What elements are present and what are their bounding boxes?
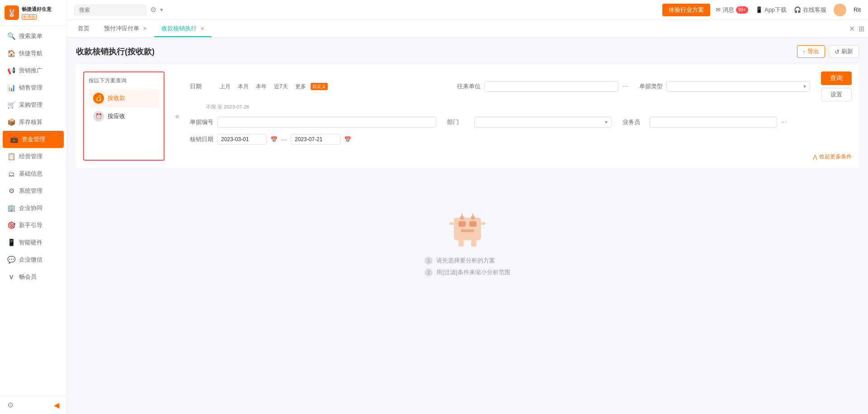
empty-hint-2: 2 用[过滤]条件来缩小分析范围 bbox=[425, 268, 510, 276]
filter-row-1: 日期 上月 本月 本年 近7天 更多 自定义 往来单位 ··· bbox=[190, 71, 852, 101]
sidebar-footer: ⚙ ◀ bbox=[0, 396, 66, 414]
sidebar-item-guide[interactable]: 🎯 新手引导 bbox=[0, 217, 66, 234]
date-btn-custom[interactable]: 自定义 bbox=[311, 83, 328, 90]
sidebar-item-enterprise[interactable]: 🏢 企业协同 bbox=[0, 200, 66, 217]
verify-date-end-input[interactable] bbox=[291, 134, 340, 145]
doctype-select[interactable]: ▾ bbox=[666, 81, 810, 92]
folder-icon: 🗂 bbox=[7, 170, 15, 178]
filter-row-3: 核销日期 📅 — 📅 bbox=[190, 134, 852, 145]
page-content: 收款核销执行(按收款) ↑ 导出 ↺ 刷新 按以下方案查询 💰 按收款 bbox=[67, 38, 868, 414]
salesperson-dots-icon[interactable]: ··· bbox=[781, 118, 787, 126]
calendar-start-icon[interactable]: 📅 bbox=[270, 136, 278, 143]
receipt-icon: 💰 bbox=[93, 93, 104, 104]
user-avatar[interactable] bbox=[834, 4, 846, 16]
online-service-item[interactable]: 🎧 在线客服 bbox=[794, 6, 826, 14]
filter-group-salesperson: 业务员 ··· bbox=[623, 117, 787, 128]
partner-label: 往来单位 bbox=[457, 82, 481, 90]
message-badge: 99+ bbox=[736, 6, 748, 14]
filter-option-receipt[interactable]: 💰 按收款 bbox=[89, 89, 159, 107]
hint-num-2: 2 bbox=[425, 268, 433, 276]
doctype-arrow-icon: ▾ bbox=[803, 83, 806, 90]
collapse-button[interactable]: ⋀ 收起更多条件 bbox=[813, 153, 852, 161]
hint-num-1: 1 bbox=[425, 257, 433, 265]
filter-row-2: 单据编号 部门 ▾ 业务员 ··· bbox=[190, 117, 852, 128]
date-btn-more[interactable]: 更多 bbox=[292, 82, 309, 91]
dept-arrow-icon: ▾ bbox=[605, 119, 608, 125]
tab-close-receivable[interactable]: ✕ bbox=[200, 26, 204, 32]
filter-group-docno: 单据编号 bbox=[190, 117, 436, 128]
logo-text: 畅捷通好生意 标准版 bbox=[22, 6, 52, 20]
tab-receivable[interactable]: 收款核销执行 ✕ bbox=[154, 21, 212, 37]
date-btn-last-month[interactable]: 上月 bbox=[217, 82, 233, 91]
sidebar-item-hardware[interactable]: 📱 智能硬件 bbox=[0, 234, 66, 251]
refresh-icon: ↺ bbox=[835, 48, 840, 55]
page-actions: ↑ 导出 ↺ 刷新 bbox=[797, 45, 859, 58]
sidebar-item-sales[interactable]: 📊 销售管理 bbox=[0, 79, 66, 96]
megaphone-icon: 📢 bbox=[7, 67, 15, 75]
message-icon: ✉ bbox=[716, 6, 721, 13]
tab-close-all-icon[interactable]: ✕ bbox=[849, 24, 855, 33]
filter-left-panel: 按以下方案查询 💰 按收款 ⏰ 按应收 bbox=[83, 71, 165, 161]
partner-input[interactable] bbox=[484, 81, 618, 92]
date-btn-this-year[interactable]: 本年 bbox=[253, 82, 269, 91]
sidebar-item-search[interactable]: 🔍 搜索菜单 bbox=[0, 28, 66, 45]
dept-select[interactable]: ▾ bbox=[474, 117, 611, 128]
filter-left-title: 按以下方案查询 bbox=[89, 77, 159, 85]
empty-hint-1: 1 请先选择要分析的方案 bbox=[425, 257, 510, 265]
salesperson-input[interactable] bbox=[650, 117, 777, 128]
footer-collapse-icon[interactable]: ◀ bbox=[54, 401, 59, 409]
solution-button[interactable]: 休验行业方案 bbox=[662, 4, 710, 16]
sidebar-item-finance[interactable]: 💼 资金管理 bbox=[3, 131, 64, 148]
chat-icon: 💬 bbox=[7, 256, 15, 264]
sidebar-item-shortcut[interactable]: 🏠 快捷导航 bbox=[0, 45, 66, 62]
logo-area: 🐰 畅捷通好生意 标准版 bbox=[0, 0, 66, 26]
date-label: 日期 bbox=[190, 82, 213, 90]
app-download-item[interactable]: 📱 App下载 bbox=[755, 6, 787, 14]
svg-rect-7 bbox=[471, 240, 476, 247]
tab-bar-right: ✕ ⊞ bbox=[849, 24, 864, 33]
sidebar-item-system[interactable]: ⚙ 系统管理 bbox=[0, 182, 66, 200]
footer-settings-icon[interactable]: ⚙ bbox=[7, 401, 14, 409]
empty-illustration bbox=[440, 204, 495, 249]
header-search-input[interactable] bbox=[74, 5, 146, 15]
filter-toggle-btn[interactable]: « bbox=[172, 71, 183, 161]
box-icon: 📦 bbox=[7, 118, 15, 126]
logo-icon: 🐰 bbox=[5, 5, 19, 20]
verify-date-start-input[interactable] bbox=[217, 134, 267, 145]
export-button[interactable]: ↑ 导出 bbox=[797, 45, 826, 58]
collapse-icon: ⋀ bbox=[813, 154, 817, 160]
message-item[interactable]: ✉ 消息 99+ bbox=[716, 6, 748, 14]
query-button[interactable]: 查询 bbox=[821, 71, 852, 85]
filter-option-receivable[interactable]: ⏰ 按应收 bbox=[89, 107, 159, 125]
date-btn-7days[interactable]: 近7天 bbox=[271, 82, 291, 91]
header-gear-icon[interactable]: ⚙ bbox=[150, 5, 156, 14]
empty-hints: 1 请先选择要分析的方案 2 用[过滤]条件来缩小分析范围 bbox=[425, 257, 510, 276]
sidebar-item-operations[interactable]: 📋 经营管理 bbox=[0, 148, 66, 165]
partner-dots-icon[interactable]: ··· bbox=[622, 82, 628, 90]
tab-prepay[interactable]: 预付冲应付单 ✕ bbox=[97, 21, 154, 37]
settings-button[interactable]: 设置 bbox=[821, 88, 852, 101]
header-dropdown-icon[interactable]: ▾ bbox=[160, 6, 163, 13]
sidebar-item-purchase[interactable]: 🛒 采购管理 bbox=[0, 96, 66, 114]
user-name: Rit bbox=[854, 6, 861, 13]
tab-close-prepay[interactable]: ✕ bbox=[143, 26, 147, 32]
sidebar-item-marketing[interactable]: 📢 营销推广 bbox=[0, 62, 66, 79]
tab-home[interactable]: 首页 bbox=[71, 21, 97, 37]
date-btn-this-month[interactable]: 本月 bbox=[235, 82, 251, 91]
docno-input[interactable] bbox=[217, 117, 436, 128]
sidebar-item-inventory[interactable]: 📦 库存核算 bbox=[0, 114, 66, 131]
svg-rect-2 bbox=[469, 221, 476, 227]
calendar-end-icon[interactable]: 📅 bbox=[344, 136, 351, 143]
sidebar-item-basic[interactable]: 🗂 基础信息 bbox=[0, 165, 66, 182]
empty-state: 1 请先选择要分析的方案 2 用[过滤]条件来缩小分析范围 bbox=[76, 168, 859, 313]
filter-action-btns: 查询 设置 bbox=[821, 71, 852, 101]
refresh-button[interactable]: ↺ 刷新 bbox=[829, 45, 859, 58]
tab-maximize-icon[interactable]: ⊞ bbox=[859, 24, 864, 33]
phone-icon: 📱 bbox=[755, 6, 763, 13]
collapse-bar: ⋀ 收起更多条件 bbox=[190, 153, 852, 161]
filter-group-dept: 部门 ▾ bbox=[447, 117, 611, 128]
sidebar-item-wechat[interactable]: 💬 企业微信 bbox=[0, 251, 66, 268]
svg-rect-10 bbox=[462, 213, 462, 219]
sidebar-nav: 🔍 搜索菜单 🏠 快捷导航 📢 营销推广 📊 销售管理 🛒 采购管理 📦 库存核… bbox=[0, 26, 66, 396]
sidebar-item-member[interactable]: V 畅会员 bbox=[0, 268, 66, 286]
